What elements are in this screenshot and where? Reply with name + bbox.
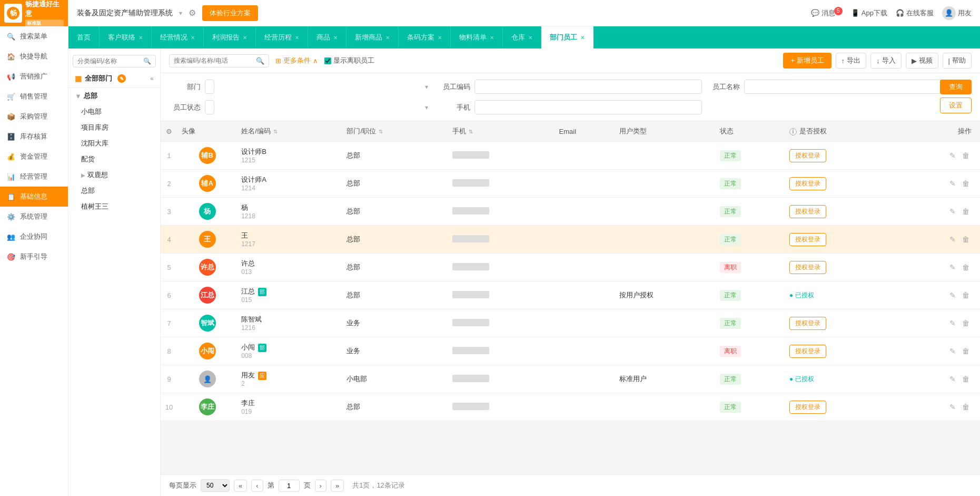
sidebar-item-finance[interactable]: 💰 资金管理	[0, 147, 68, 167]
sidebar-item-collab[interactable]: 👥 企业协同	[0, 227, 68, 247]
more-filter-btn[interactable]: ⊞ 更多条件 ∧	[275, 56, 318, 65]
collapse-tree-btn[interactable]: «	[150, 75, 154, 82]
auth-login-btn[interactable]: 授权登录	[789, 177, 826, 190]
tab-close-newgoods[interactable]: ✕	[385, 35, 390, 41]
dept-search-input[interactable]	[77, 57, 143, 65]
delete-btn[interactable]: 🗑	[962, 403, 969, 411]
delete-btn[interactable]: 🗑	[962, 347, 969, 355]
tab-close-employee[interactable]: ✕	[580, 35, 585, 41]
sort-phone-icon[interactable]: ⇅	[469, 129, 473, 134]
user-menu[interactable]: 👤 用友	[942, 6, 972, 20]
sidebar-item-system[interactable]: ⚙️ 系统管理	[0, 207, 68, 227]
sidebar-item-basic[interactable]: 📋 基础信息	[0, 187, 68, 207]
query-btn[interactable]: 查询	[940, 80, 972, 94]
edit-btn[interactable]: ✎	[949, 319, 956, 327]
add-employee-btn[interactable]: + 新增员工	[783, 53, 831, 69]
sidebar-item-sales[interactable]: 🛒 销售管理	[0, 86, 68, 106]
tab-close-warehouse[interactable]: ✕	[528, 35, 532, 41]
app-download-btn[interactable]: 📱 App下载	[851, 8, 887, 18]
emp-status-select[interactable]	[205, 100, 214, 114]
delete-btn[interactable]: 🗑	[962, 291, 969, 299]
prev-first-btn[interactable]: «	[234, 480, 247, 492]
view-btn[interactable]: ▶ 视频	[906, 53, 938, 69]
auth-login-btn[interactable]: 授权登录	[789, 205, 826, 218]
delete-btn[interactable]: 🗑	[962, 375, 969, 383]
delete-btn[interactable]: 🗑	[962, 319, 969, 327]
tab-home[interactable]: 首页	[68, 26, 100, 48]
auth-login-btn[interactable]: 授权登录	[789, 401, 826, 414]
dept-item-zhishu[interactable]: 植树王三	[68, 199, 160, 215]
delete-btn[interactable]: 🗑	[962, 207, 969, 216]
auth-login-btn[interactable]: 授权登录	[789, 345, 826, 358]
dept-select[interactable]	[205, 80, 214, 94]
auth-login-btn[interactable]: 授权登录	[789, 233, 826, 246]
tab-close-profit[interactable]: ✕	[243, 35, 247, 41]
tab-barcode[interactable]: 条码方案 ✕	[399, 26, 451, 48]
sidebar-item-search[interactable]: 🔍 搜索菜单	[0, 26, 68, 46]
dept-item-zongbu[interactable]: 总部	[68, 183, 160, 199]
export-btn[interactable]: ↑ 导出	[836, 53, 867, 69]
sidebar-item-inventory[interactable]: 🗄️ 库存核算	[0, 127, 68, 147]
edit-btn[interactable]: ✎	[949, 151, 956, 160]
show-resigned-toggle[interactable]: 显示离职员工	[324, 56, 374, 65]
edit-btn[interactable]: ✎	[949, 375, 956, 383]
edit-dept-icon[interactable]: ✎	[117, 74, 126, 83]
tab-profit[interactable]: 利润报告 ✕	[204, 26, 256, 48]
dept-item-shuanglu[interactable]: ▶ 双鹿想	[68, 167, 160, 183]
search-input[interactable]	[174, 57, 253, 64]
dept-item-xiaodianbu[interactable]: 小电部	[68, 104, 160, 120]
sort-name-icon[interactable]: ⇅	[273, 129, 278, 134]
edit-btn[interactable]: ✎	[949, 235, 956, 244]
emp-code-input[interactable]	[474, 80, 702, 94]
tab-close-customer[interactable]: ✕	[138, 35, 143, 41]
edit-btn[interactable]: ✎	[949, 291, 956, 299]
topbar-gear-icon[interactable]: ⚙	[189, 8, 196, 18]
tab-close-operation[interactable]: ✕	[191, 35, 195, 41]
tab-close-bom[interactable]: ✕	[490, 35, 494, 41]
auth-login-btn[interactable]: 授权登录	[789, 149, 826, 162]
message-btn[interactable]: 💬 消息 5	[811, 8, 843, 18]
delete-btn[interactable]: 🗑	[962, 263, 969, 271]
tab-history[interactable]: 经营历程 ✕	[256, 26, 308, 48]
dept-item-xiangmukufang[interactable]: 项目库房	[68, 120, 160, 135]
tab-goods[interactable]: 商品 ✕	[308, 26, 347, 48]
tab-customer[interactable]: 客户联络 ✕	[100, 26, 152, 48]
dept-item-shenyangdaku[interactable]: 沈阳大库	[68, 135, 160, 151]
sidebar-item-management[interactable]: 📊 经营管理	[0, 167, 68, 187]
per-page-select[interactable]: 50 100 200	[201, 479, 230, 492]
dept-item-peihuo[interactable]: 配货	[68, 151, 160, 167]
tab-bom[interactable]: 物料清单 ✕	[451, 26, 503, 48]
show-resigned-checkbox[interactable]	[324, 57, 331, 64]
tab-operation[interactable]: 经营情况 ✕	[152, 26, 204, 48]
prev-btn[interactable]: ‹	[251, 480, 263, 492]
dept-item-zongbu-parent[interactable]: ▼ 总部	[68, 88, 160, 104]
settings-icon[interactable]: ⚙	[166, 128, 172, 135]
tab-close-history[interactable]: ✕	[295, 35, 299, 41]
next-btn[interactable]: ›	[315, 480, 326, 492]
edit-btn[interactable]: ✎	[949, 403, 956, 411]
sidebar-item-quicknav[interactable]: 🏠 快捷导航	[0, 46, 68, 66]
auth-login-btn[interactable]: 授权登录	[789, 261, 826, 274]
tab-close-goods[interactable]: ✕	[333, 35, 338, 41]
set-btn[interactable]: 设置	[940, 98, 972, 113]
auth-info-icon[interactable]: ℹ	[789, 128, 797, 135]
edit-btn[interactable]: ✎	[949, 263, 956, 271]
delete-btn[interactable]: 🗑	[962, 235, 969, 244]
sidebar-item-purchase[interactable]: 📦 采购管理	[0, 106, 68, 127]
delete-btn[interactable]: 🗑	[962, 179, 969, 188]
page-input[interactable]	[279, 480, 300, 492]
emp-name-input[interactable]	[744, 80, 972, 94]
tab-warehouse[interactable]: 仓库 ✕	[503, 26, 541, 48]
tab-close-barcode[interactable]: ✕	[438, 35, 442, 41]
edit-btn[interactable]: ✎	[949, 179, 956, 188]
online-service-btn[interactable]: 🎧 在线客服	[896, 8, 934, 18]
trial-btn[interactable]: 体验行业方案	[202, 5, 258, 21]
sidebar-item-guide[interactable]: 🎯 新手引导	[0, 247, 68, 267]
dept-all-item[interactable]: ▦ 全部部门 ✎ «	[68, 70, 160, 88]
auth-login-btn[interactable]: 授权登录	[789, 317, 826, 330]
edit-btn[interactable]: ✎	[949, 347, 956, 355]
sidebar-item-marketing[interactable]: 📢 营销推广	[0, 66, 68, 86]
phone-input[interactable]	[474, 100, 702, 114]
delete-btn[interactable]: 🗑	[962, 151, 969, 160]
help-btn[interactable]: | 帮助	[943, 53, 972, 69]
